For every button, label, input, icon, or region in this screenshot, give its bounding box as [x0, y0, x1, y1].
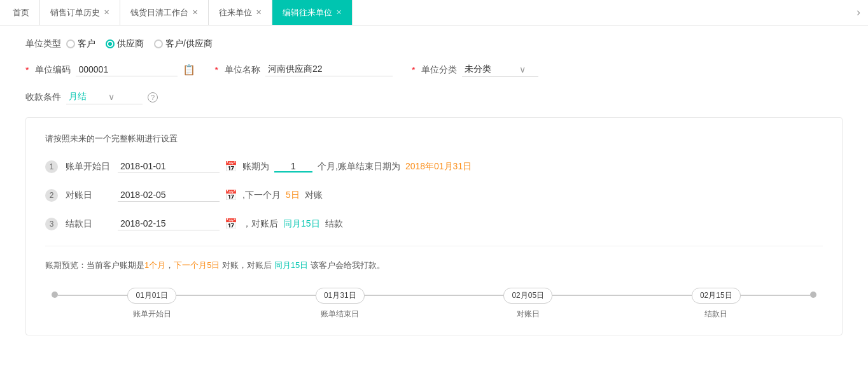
tab-edit-partner-label: 编辑往来单位 — [283, 7, 332, 18]
payment-terms-group: 收款条件 月结 ∨ ? — [25, 90, 158, 104]
tab-bar: 首页 销售订单历史 ✕ 钱货日清工作台 ✕ 往来单位 ✕ 编辑往来单位 ✕ › — [0, 0, 868, 25]
preview-part1: 1个月 — [144, 260, 165, 270]
step3-suffix: 结款 — [325, 218, 343, 230]
preview-section: 账期预览：当前客户账期是1个月，下一个月5日 对账，对账后 同月15日 该客户会… — [45, 246, 823, 320]
step3-day: 同月15日 — [283, 218, 320, 230]
timeline-node-3: 02月05日 对账日 — [434, 288, 622, 320]
step-label-1: 账单开始日 — [66, 161, 110, 172]
unit-code-copy-icon[interactable]: 📋 — [183, 64, 195, 76]
timeline-end-dot — [810, 288, 816, 298]
tl-line-2: 01月31日 — [246, 288, 435, 304]
step1-date-input[interactable] — [118, 160, 220, 173]
unit-code-label: 单位编码 — [35, 64, 71, 76]
unit-type-group: 单位类型 客户 供应商 客户/供应商 — [25, 38, 213, 50]
tab-partner-close[interactable]: ✕ — [256, 8, 262, 17]
radio-both-circle — [154, 39, 163, 48]
unit-code-input[interactable] — [76, 63, 178, 76]
tl-line-left-3 — [434, 295, 503, 296]
tl-line-3: 02月05日 — [434, 288, 622, 304]
step-num-2: 2 — [45, 189, 58, 202]
step1-period-label: 账期为 — [242, 161, 269, 172]
tab-expand-icon[interactable]: › — [849, 0, 868, 25]
tab-edit-partner-close[interactable]: ✕ — [336, 8, 342, 17]
tl-label-4: 结款日 — [704, 309, 727, 320]
tab-home[interactable]: 首页 — [0, 0, 40, 25]
tl-line-left-1 — [58, 295, 127, 296]
radio-customer-label: 客户 — [78, 38, 95, 50]
step3-prefix: ，对账后 — [242, 218, 278, 230]
timeline-start-dot — [52, 288, 58, 298]
step3-calendar-icon[interactable]: 📅 — [225, 218, 237, 230]
step-num-1: 1 — [45, 160, 58, 173]
unit-category-select[interactable]: 未分类 ∨ — [462, 62, 538, 77]
payment-terms-select[interactable]: 月结 ∨ — [66, 90, 143, 104]
tab-sales-order-close[interactable]: ✕ — [104, 8, 109, 17]
step-row-1: 1 账单开始日 📅 账期为 个月,账单结束日期为 2018年01月31日 — [45, 160, 823, 173]
preview-label: 账期预览：当前客户账期是 — [45, 260, 144, 270]
tl-label-3: 对账日 — [517, 309, 540, 320]
tl-line-left-4 — [622, 295, 692, 296]
step-label-2: 对账日 — [66, 190, 110, 201]
unit-type-row: 单位类型 客户 供应商 客户/供应商 — [25, 38, 843, 50]
payment-terms-row: 收款条件 月结 ∨ ? — [25, 90, 843, 104]
preview-part3: 同月15日 — [274, 260, 308, 270]
step-content-2: 📅 ,下一个月5日 对账 — [118, 188, 323, 202]
step3-date-input[interactable] — [118, 217, 220, 230]
timeline-node-2: 01月31日 账单结束日 — [246, 288, 435, 320]
preview-end: 该客户会给我打款。 — [308, 260, 385, 270]
step-num-3: 3 — [45, 218, 58, 230]
chevron-down-icon-payment: ∨ — [108, 92, 115, 102]
tab-cash-work[interactable]: 钱货日清工作台 ✕ — [120, 0, 209, 25]
unit-category-group: * 单位分类 未分类 ∨ — [412, 62, 538, 77]
dot-end — [810, 292, 816, 298]
tl-line-left-2 — [246, 295, 316, 296]
step2-day: 5日 — [286, 190, 300, 201]
payment-terms-label: 收款条件 — [25, 92, 61, 103]
tab-cash-work-close[interactable]: ✕ — [192, 8, 198, 17]
unit-name-input[interactable] — [265, 63, 393, 76]
tab-sales-order-label: 销售订单历史 — [50, 7, 100, 18]
step2-prefix: ,下一个月 — [242, 190, 281, 201]
unit-name-required: * — [214, 65, 218, 75]
help-icon[interactable]: ? — [148, 92, 158, 102]
preview-text: 账期预览：当前客户账期是1个月，下一个月5日 对账，对账后 同月15日 该客户会… — [45, 259, 823, 272]
tl-line-4: 02月15日 — [622, 288, 811, 304]
tl-pill-4: 02月15日 — [692, 288, 741, 304]
tab-sales-order[interactable]: 销售订单历史 ✕ — [40, 0, 120, 25]
step1-month-unit: 个月,账单结束日期为 — [318, 161, 400, 172]
payment-terms-value: 月结 — [69, 91, 87, 102]
step1-month-input[interactable] — [274, 161, 312, 172]
radio-both-label: 客户/供应商 — [165, 38, 213, 50]
unit-name-group: * 单位名称 — [214, 63, 392, 76]
step-label-3: 结款日 — [66, 218, 110, 230]
radio-supplier-label: 供应商 — [117, 38, 144, 50]
preview-sep1: ， — [165, 260, 174, 270]
tab-home-label: 首页 — [13, 7, 29, 18]
step2-date-input[interactable] — [118, 188, 220, 202]
step2-calendar-icon[interactable]: 📅 — [225, 189, 237, 201]
tab-edit-partner[interactable]: 编辑往来单位 ✕ — [272, 0, 353, 25]
tl-line-right-3 — [552, 295, 622, 296]
unit-name-label: 单位名称 — [225, 64, 260, 76]
step-content-3: 📅 ，对账后 同月15日 结款 — [118, 217, 343, 230]
step1-end-date: 2018年01月31日 — [405, 161, 472, 172]
radio-group-unit-type: 客户 供应商 客户/供应商 — [66, 38, 213, 50]
tab-partner-label: 往来单位 — [219, 7, 252, 18]
radio-both[interactable]: 客户/供应商 — [154, 38, 213, 50]
main-content: 单位类型 客户 供应商 客户/供应商 * 单位编码 — [0, 25, 868, 387]
step-content-1: 📅 账期为 个月,账单结束日期为 2018年01月31日 — [118, 160, 472, 173]
tl-line-right-4 — [741, 295, 810, 296]
radio-supplier[interactable]: 供应商 — [106, 38, 144, 50]
unit-type-label: 单位类型 — [25, 38, 61, 50]
step1-calendar-icon[interactable]: 📅 — [225, 160, 237, 172]
card-section: 请按照未来的一个完整帐期进行设置 1 账单开始日 📅 账期为 个月,账单结束日期… — [25, 117, 843, 335]
radio-customer[interactable]: 客户 — [66, 38, 95, 50]
tab-partner[interactable]: 往来单位 ✕ — [209, 0, 272, 25]
tl-label-2: 账单结束日 — [321, 309, 359, 320]
step2-suffix: 对账 — [305, 190, 323, 201]
tl-line-right-2 — [365, 295, 434, 296]
unit-info-row: * 单位编码 📋 * 单位名称 * 单位分类 未分类 ∨ — [25, 62, 843, 77]
card-instruction: 请按照未来的一个完整帐期进行设置 — [45, 133, 823, 144]
tl-pill-3: 02月05日 — [503, 288, 552, 304]
tl-pill-1: 01月01日 — [127, 288, 176, 304]
